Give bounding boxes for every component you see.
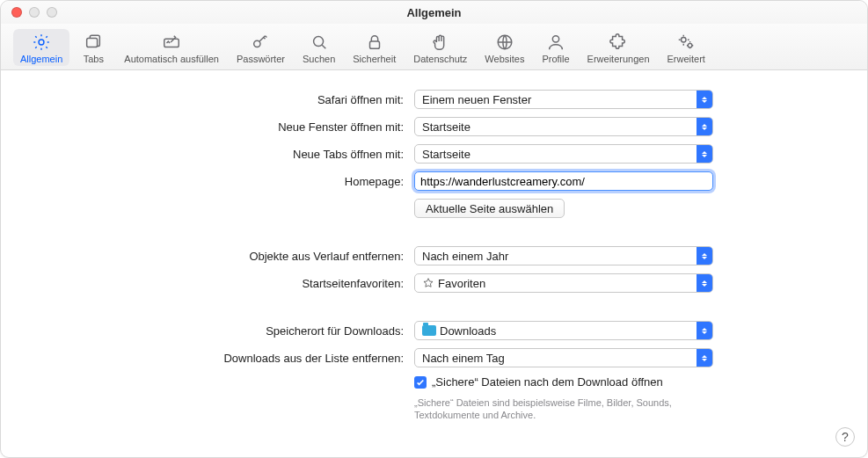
label-homepage: Homepage: [27, 175, 405, 188]
toolbar-label: Erweitert [667, 54, 705, 64]
toolbar-item-profiles[interactable]: Profile [535, 29, 576, 66]
select-stepper-icon [697, 322, 712, 339]
svg-point-3 [254, 40, 260, 47]
toolbar-label: Suchen [303, 54, 335, 64]
settings-form: Safari öffnen mit: Einem neuen Fenster N… [27, 90, 841, 422]
toolbar-item-websites[interactable]: Websites [478, 29, 531, 66]
search-icon [310, 33, 329, 52]
toolbar-label: Sicherheit [353, 54, 396, 64]
set-current-page-button[interactable]: Aktuelle Seite auswählen [414, 199, 565, 218]
safe-files-checkbox[interactable] [414, 376, 427, 389]
profile-icon [546, 33, 565, 52]
svg-rect-1 [87, 38, 98, 47]
select-stepper-icon [697, 145, 712, 163]
select-remove-downloads[interactable]: Nach einem Tag [414, 348, 713, 367]
puzzle-icon [609, 33, 628, 52]
window-title: Allgemein [1, 6, 867, 19]
select-download-location[interactable]: Downloads [414, 321, 713, 340]
label-download-location: Speicherort für Downloads: [27, 324, 405, 338]
toolbar-label: Automatisch ausfüllen [124, 54, 219, 64]
select-stepper-icon [697, 349, 712, 367]
general-pane: Safari öffnen mit: Einem neuen Fenster N… [1, 70, 867, 457]
select-start-favorites[interactable]: Favoriten [414, 273, 713, 293]
svg-point-4 [313, 37, 323, 47]
preferences-window: Allgemein Allgemein Tabs Automatisch aus… [0, 0, 868, 458]
zoom-window-button[interactable] [47, 7, 57, 18]
select-new-tabs[interactable]: Startseite [414, 144, 713, 164]
label-remove-history: Objekte aus Verlauf entfernen: [27, 250, 405, 263]
select-stepper-icon [697, 247, 712, 265]
hand-icon [431, 33, 450, 52]
homepage-input[interactable] [414, 171, 713, 191]
select-value: Startseite [422, 120, 470, 134]
toolbar-label: Datenschutz [413, 54, 467, 64]
close-window-button[interactable] [11, 7, 22, 18]
select-value: Nach einem Jahr [422, 250, 508, 263]
key-icon [251, 33, 270, 52]
toolbar-label: Erweiterungen [587, 54, 650, 64]
svg-point-8 [682, 38, 687, 43]
toolbar-item-passwords[interactable]: Passwörter [230, 29, 292, 66]
toolbar-label: Tabs [84, 54, 104, 64]
minimize-window-button[interactable] [29, 7, 40, 18]
safe-files-label: „Sichere“ Dateien nach dem Download öffn… [432, 375, 663, 389]
globe-icon [495, 33, 514, 52]
label-new-windows: Neue Fenster öffnen mit: [27, 120, 405, 134]
toolbar-item-search[interactable]: Suchen [295, 29, 342, 66]
select-remove-history[interactable]: Nach einem Jahr [414, 246, 713, 265]
select-value: Startseite [422, 148, 470, 161]
titlebar: Allgemein [1, 1, 867, 24]
preferences-toolbar: Allgemein Tabs Automatisch ausfüllen Pas… [1, 24, 867, 70]
select-open-with[interactable]: Einem neuen Fenster [414, 90, 713, 109]
toolbar-item-privacy[interactable]: Datenschutz [406, 29, 474, 66]
button-label: Aktuelle Seite auswählen [426, 202, 553, 215]
select-stepper-icon [697, 91, 712, 108]
autofill-icon [162, 33, 181, 52]
select-value: Favoriten [438, 277, 485, 290]
gears-icon [676, 33, 696, 52]
label-remove-downloads: Downloads aus der Liste entfernen: [27, 352, 405, 365]
toolbar-label: Allgemein [20, 54, 62, 64]
safe-files-hint: „Sichere“ Dateien sind beispielsweise Fi… [414, 396, 687, 422]
svg-point-9 [689, 43, 693, 47]
toolbar-item-general[interactable]: Allgemein [13, 29, 69, 66]
gear-icon [32, 33, 51, 52]
select-stepper-icon [697, 274, 712, 292]
toolbar-item-security[interactable]: Sicherheit [346, 29, 403, 66]
svg-point-7 [552, 36, 558, 42]
toolbar-item-autofill[interactable]: Automatisch ausfüllen [117, 29, 226, 66]
toolbar-item-tabs[interactable]: Tabs [73, 29, 113, 66]
folder-icon [422, 325, 436, 336]
select-stepper-icon [697, 118, 712, 135]
tabs-icon [84, 33, 103, 52]
help-button[interactable]: ? [835, 427, 855, 447]
toolbar-label: Profile [542, 54, 569, 64]
help-glyph: ? [842, 430, 849, 444]
svg-rect-5 [369, 41, 379, 48]
toolbar-label: Passwörter [237, 54, 285, 64]
label-start-favorites: Startseitenfavoriten: [27, 277, 405, 290]
toolbar-item-extensions[interactable]: Erweiterungen [580, 29, 657, 66]
label-open-with: Safari öffnen mit: [27, 93, 405, 106]
select-value: Einem neuen Fenster [422, 93, 531, 106]
toolbar-label: Websites [485, 54, 524, 64]
label-new-tabs: Neue Tabs öffnen mit: [27, 148, 405, 161]
star-icon [422, 277, 434, 289]
svg-point-0 [39, 40, 44, 45]
select-new-windows[interactable]: Startseite [414, 117, 713, 136]
safe-files-row: „Sichere“ Dateien nach dem Download öffn… [414, 375, 713, 389]
lock-icon [365, 33, 384, 52]
select-value: Nach einem Tag [422, 352, 505, 365]
svg-rect-2 [164, 39, 179, 47]
window-controls [1, 7, 57, 18]
toolbar-item-advanced[interactable]: Erweitert [660, 29, 712, 66]
select-value: Downloads [440, 324, 496, 338]
